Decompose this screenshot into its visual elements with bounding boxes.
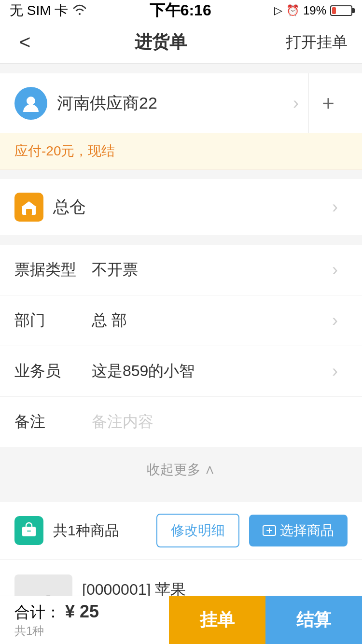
warehouse-icon (14, 193, 43, 222)
wifi-icon (73, 3, 86, 18)
gap-2 (0, 492, 362, 502)
hang-button[interactable]: 挂单 (169, 596, 265, 644)
alarm-icon: ⏰ (286, 4, 299, 17)
select-product-label: 选择商品 (280, 521, 334, 540)
remark-label: 备注 (14, 411, 82, 433)
remark-input[interactable]: 备注内容 (92, 411, 348, 433)
total-section: 合计： ¥ 25 共1种 (0, 596, 169, 644)
supplier-name: 河南供应商22 (57, 92, 283, 114)
total-amount-row: 合计： ¥ 25 (14, 602, 154, 623)
products-header: 共1种商品 修改明细 选择商品 (0, 502, 362, 559)
battery-icon (330, 5, 352, 16)
select-product-button[interactable]: 选择商品 (249, 515, 348, 546)
department-label: 部门 (14, 310, 82, 331)
page-title: 进货单 (135, 30, 187, 54)
notice-bar: 应付-20元，现结 (0, 133, 362, 169)
svg-rect-2 (26, 209, 32, 215)
warehouse-chevron-icon: › (332, 197, 338, 217)
gap-1 (0, 64, 362, 73)
form-section: 票据类型 不开票 › 部门 总 部 › 业务员 这是859的小智 › 备注 备注… (0, 245, 362, 447)
invoice-chevron-icon: › (332, 260, 338, 280)
invoice-value: 不开票 (92, 259, 322, 280)
salesperson-chevron-icon: › (332, 361, 338, 381)
department-value: 总 部 (92, 310, 322, 331)
supplier-avatar (14, 87, 47, 120)
salesperson-label: 业务员 (14, 361, 82, 382)
supplier-selector[interactable]: 河南供应商22 › (14, 73, 309, 133)
warehouse-selector[interactable]: 总仓 › (0, 179, 362, 235)
status-left: 无 SIM 卡 (10, 1, 86, 20)
status-right: ▷ ⏰ 19% (274, 4, 352, 17)
status-bar: 无 SIM 卡 下午6:16 ▷ ⏰ 19% (0, 0, 362, 21)
bottom-bar: 合计： ¥ 25 共1种 挂单 结算 (0, 596, 362, 644)
add-supplier-button[interactable]: + (309, 73, 348, 133)
svg-rect-4 (27, 531, 31, 532)
invoice-type-row[interactable]: 票据类型 不开票 › (0, 245, 362, 295)
battery-percent: 19% (303, 4, 326, 17)
checkout-button[interactable]: 结算 (265, 596, 362, 644)
svg-point-0 (27, 97, 35, 105)
status-time: 下午6:16 (150, 0, 211, 21)
collapse-button[interactable]: 收起更多 ∧ (0, 447, 362, 492)
supplier-chevron-icon: › (293, 93, 299, 113)
products-count: 共1种商品 (53, 521, 147, 541)
nav-bar: < 进货单 打开挂单 (0, 21, 362, 64)
salesperson-row[interactable]: 业务员 这是859的小智 › (0, 346, 362, 397)
salesperson-value: 这是859的小智 (92, 361, 322, 382)
battery-fill (332, 7, 336, 14)
location-icon: ▷ (274, 4, 282, 17)
back-button[interactable]: < (14, 27, 35, 58)
supplier-section: 河南供应商22 › + (0, 73, 362, 133)
department-row[interactable]: 部门 总 部 › (0, 295, 362, 346)
warehouse-name: 总仓 (53, 196, 322, 218)
remark-row[interactable]: 备注 备注内容 (0, 397, 362, 447)
invoice-label: 票据类型 (14, 259, 82, 280)
edit-detail-button[interactable]: 修改明细 (156, 514, 239, 547)
open-hang-button[interactable]: 打开挂单 (286, 32, 348, 53)
total-label: 合计： (14, 603, 61, 621)
total-amount: ¥ 25 (65, 602, 99, 621)
department-chevron-icon: › (332, 310, 338, 331)
total-count: 共1种 (14, 623, 154, 639)
products-icon (14, 516, 43, 545)
carrier-label: 无 SIM 卡 (10, 1, 68, 20)
